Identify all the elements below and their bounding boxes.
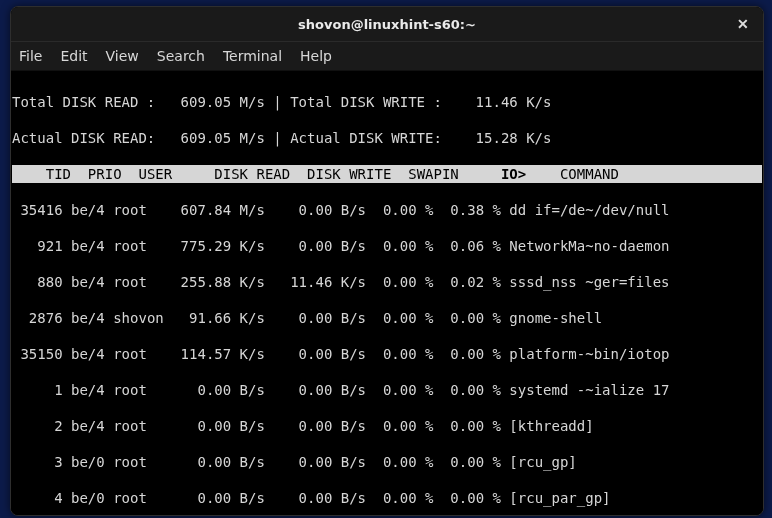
cell-command: [rcu_par_gp] xyxy=(501,490,611,506)
cell-io: 0.38 % xyxy=(434,202,501,218)
menu-file[interactable]: File xyxy=(19,48,42,64)
cell-swapin: 0.00 % xyxy=(366,382,433,398)
col-tid: TID xyxy=(12,166,71,182)
col-io-sorted: IO> xyxy=(459,166,526,182)
cell-io: 0.00 % xyxy=(434,382,501,398)
cell-prio: be/4 xyxy=(63,418,105,434)
cell-tid: 921 xyxy=(12,238,63,254)
cell-read: 0.00 B/s xyxy=(164,490,265,506)
window-title: shovon@linuxhint-s60:~ xyxy=(298,17,476,32)
col-swapin: SWAPIN xyxy=(391,166,458,182)
cell-prio: be/4 xyxy=(63,382,105,398)
table-row: 4 be/0 root 0.00 B/s 0.00 B/s 0.00 % 0.0… xyxy=(12,489,762,507)
col-user: USER xyxy=(122,166,173,182)
cell-write: 0.00 B/s xyxy=(265,238,366,254)
cell-io: 0.00 % xyxy=(434,346,501,362)
menu-edit[interactable]: Edit xyxy=(60,48,87,64)
cell-read: 91.66 K/s xyxy=(164,310,265,326)
table-row: 2 be/4 root 0.00 B/s 0.00 B/s 0.00 % 0.0… xyxy=(12,417,762,435)
total-read-label: Total DISK READ : xyxy=(12,94,155,110)
cell-swapin: 0.00 % xyxy=(366,274,433,290)
cell-swapin: 0.00 % xyxy=(366,202,433,218)
cell-command: [kthreadd] xyxy=(501,418,594,434)
table-row: 880 be/4 root 255.88 K/s 11.46 K/s 0.00 … xyxy=(12,273,762,291)
titlebar[interactable]: shovon@linuxhint-s60:~ ✕ xyxy=(11,7,763,42)
cell-prio: be/0 xyxy=(63,454,105,470)
cell-user: root xyxy=(105,202,164,218)
cell-write: 0.00 B/s xyxy=(265,346,366,362)
table-row: 921 be/4 root 775.29 K/s 0.00 B/s 0.00 %… xyxy=(12,237,762,255)
cell-prio: be/4 xyxy=(63,238,105,254)
cell-user: shovon xyxy=(105,310,164,326)
cell-io: 0.00 % xyxy=(434,490,501,506)
cell-prio: be/4 xyxy=(63,346,105,362)
table-row: 2876 be/4 shovon 91.66 K/s 0.00 B/s 0.00… xyxy=(12,309,762,327)
cell-user: root xyxy=(105,346,164,362)
cell-user: root xyxy=(105,418,164,434)
cell-read: 255.88 K/s xyxy=(164,274,265,290)
cell-command: systemd -~ialize 17 xyxy=(501,382,670,398)
cell-read: 114.57 K/s xyxy=(164,346,265,362)
col-prio: PRIO xyxy=(71,166,122,182)
column-header-row: TID PRIO USER DISK READ DISK WRITE SWAPI… xyxy=(12,165,762,183)
table-row: 1 be/4 root 0.00 B/s 0.00 B/s 0.00 % 0.0… xyxy=(12,381,762,399)
table-row: 35150 be/4 root 114.57 K/s 0.00 B/s 0.00… xyxy=(12,345,762,363)
cell-command: gnome-shell xyxy=(501,310,602,326)
cell-read: 0.00 B/s xyxy=(164,382,265,398)
cell-tid: 2876 xyxy=(12,310,63,326)
cell-read: 0.00 B/s xyxy=(164,418,265,434)
cell-io: 0.02 % xyxy=(434,274,501,290)
total-write-label: Total DISK WRITE : xyxy=(290,94,442,110)
cell-swapin: 0.00 % xyxy=(366,418,433,434)
cell-read: 775.29 K/s xyxy=(164,238,265,254)
cell-write: 0.00 B/s xyxy=(265,382,366,398)
actual-write-value: 15.28 K/s xyxy=(442,130,552,146)
cell-tid: 2 xyxy=(12,418,63,434)
cell-command: NetworkMa~no-daemon xyxy=(501,238,670,254)
cell-tid: 4 xyxy=(12,490,63,506)
menu-terminal[interactable]: Terminal xyxy=(223,48,282,64)
actual-read-label: Actual DISK READ: xyxy=(12,130,155,146)
cell-prio: be/4 xyxy=(63,310,105,326)
cell-swapin: 0.00 % xyxy=(366,346,433,362)
summary-line-1: Total DISK READ : 609.05 M/s | Total DIS… xyxy=(12,93,762,111)
close-icon[interactable]: ✕ xyxy=(733,14,753,34)
cell-swapin: 0.00 % xyxy=(366,310,433,326)
total-write-value: 11.46 K/s xyxy=(442,94,552,110)
cell-command: [rcu_gp] xyxy=(501,454,577,470)
cell-tid: 35150 xyxy=(12,346,63,362)
col-diskread: DISK READ xyxy=(172,166,290,182)
menu-help[interactable]: Help xyxy=(300,48,332,64)
cell-io: 0.06 % xyxy=(434,238,501,254)
menu-search[interactable]: Search xyxy=(157,48,205,64)
cell-command: dd if=/de~/dev/null xyxy=(501,202,670,218)
cell-user: root xyxy=(105,382,164,398)
menubar: File Edit View Search Terminal Help xyxy=(11,42,763,71)
cell-write: 0.00 B/s xyxy=(265,202,366,218)
cell-command: sssd_nss ~ger=files xyxy=(501,274,670,290)
col-command: COMMAND xyxy=(526,166,703,182)
table-row: 35416 be/4 root 607.84 M/s 0.00 B/s 0.00… xyxy=(12,201,762,219)
cell-swapin: 0.00 % xyxy=(366,454,433,470)
terminal-output[interactable]: Total DISK READ : 609.05 M/s | Total DIS… xyxy=(11,71,763,515)
menu-view[interactable]: View xyxy=(106,48,139,64)
total-read-value: 609.05 M/s xyxy=(155,94,265,110)
cell-user: root xyxy=(105,490,164,506)
cell-tid: 880 xyxy=(12,274,63,290)
table-row: 3 be/0 root 0.00 B/s 0.00 B/s 0.00 % 0.0… xyxy=(12,453,762,471)
cell-user: root xyxy=(105,274,164,290)
actual-read-value: 609.05 M/s xyxy=(155,130,265,146)
cell-write: 0.00 B/s xyxy=(265,418,366,434)
cell-prio: be/0 xyxy=(63,490,105,506)
cell-io: 0.00 % xyxy=(434,454,501,470)
cell-write: 0.00 B/s xyxy=(265,310,366,326)
cell-swapin: 0.00 % xyxy=(366,238,433,254)
process-rows: 35416 be/4 root 607.84 M/s 0.00 B/s 0.00… xyxy=(12,201,762,515)
cell-tid: 35416 xyxy=(12,202,63,218)
cell-user: root xyxy=(105,454,164,470)
cell-io: 0.00 % xyxy=(434,310,501,326)
terminal-window: shovon@linuxhint-s60:~ ✕ File Edit View … xyxy=(10,6,764,516)
cell-swapin: 0.00 % xyxy=(366,490,433,506)
cell-tid: 3 xyxy=(12,454,63,470)
actual-write-label: Actual DISK WRITE: xyxy=(290,130,442,146)
